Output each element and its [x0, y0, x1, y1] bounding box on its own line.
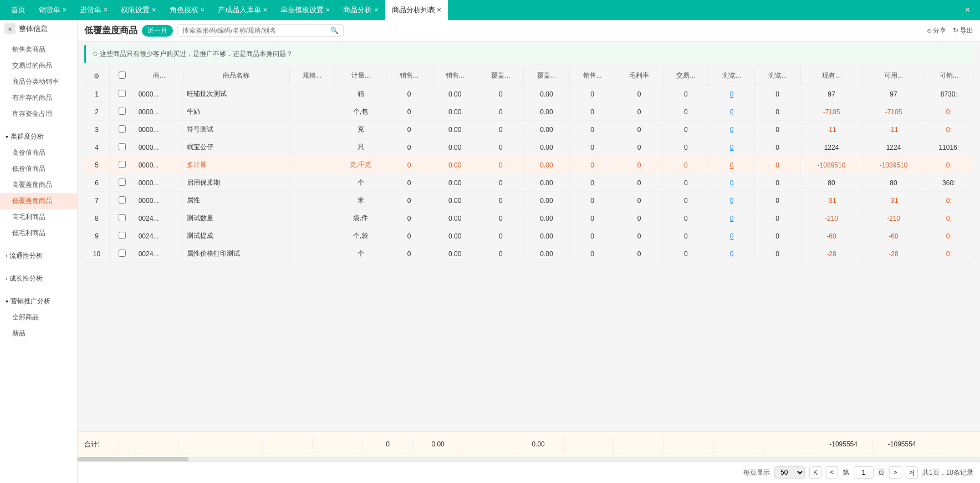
row-checkbox[interactable]	[109, 121, 135, 139]
col-unit[interactable]: 计量...	[335, 67, 386, 85]
export-button[interactable]: ↻ 导出	[953, 26, 973, 35]
sidebar-item-in-stock[interactable]: 有库存的商品	[0, 90, 77, 106]
nav-products[interactable]: 产成品入库单 ×	[211, 0, 274, 20]
row-cover2: 0.00	[524, 85, 570, 103]
total-avail: -1095554	[872, 436, 931, 453]
sidebar-item-all-goods[interactable]: 全部商品	[0, 309, 77, 326]
col-cover1[interactable]: 覆盖...	[478, 67, 524, 85]
row-sales3: 0	[569, 121, 615, 139]
scrollbar-thumb[interactable]	[78, 457, 188, 461]
nav-analysis-list[interactable]: 商品分析列表 ×	[385, 0, 448, 20]
row-sales1: 0	[386, 121, 432, 139]
sidebar-item-high-coverage[interactable]: 高覆盖度商品	[0, 177, 77, 193]
col-name[interactable]: 商品名称	[183, 67, 290, 85]
row-browse1[interactable]: 0	[709, 156, 755, 174]
first-page-button[interactable]: K	[809, 466, 821, 479]
col-code[interactable]: 商...	[135, 67, 183, 85]
col-avail[interactable]: 可用...	[862, 67, 925, 85]
row-trade: 0	[663, 174, 709, 192]
col-browse1[interactable]: 浏览...	[709, 67, 755, 85]
row-browse1[interactable]: 0	[709, 139, 755, 156]
row-browse1[interactable]: 0	[709, 210, 755, 227]
table-wrapper[interactable]: ⚙ 商... 商品名称 规格... 计量... 销售... 销售... 覆盖..…	[78, 67, 980, 431]
row-checkbox[interactable]	[109, 139, 135, 156]
row-sales2: 0.00	[432, 245, 478, 263]
sidebar-section-growth-header[interactable]: ›成长性分析	[0, 271, 77, 287]
col-cover2[interactable]: 覆盖...	[524, 67, 570, 85]
row-checkbox[interactable]	[109, 210, 135, 227]
sidebar-item-new-goods[interactable]: 新品	[0, 326, 77, 342]
col-settings[interactable]: ⚙	[84, 67, 109, 85]
sidebar-section-marketing-header[interactable]: ▾营销推广分析	[0, 293, 77, 309]
period-button[interactable]: 近一月	[142, 25, 173, 37]
row-sales1: 0	[386, 245, 432, 263]
nav-sales[interactable]: 销货单 ×	[32, 0, 73, 20]
next-page-button[interactable]: >	[889, 466, 901, 479]
col-spec[interactable]: 规格...	[289, 67, 335, 85]
nav-home[interactable]: 首页	[4, 0, 32, 20]
col-browse2[interactable]: 浏览...	[754, 67, 800, 85]
row-checkbox[interactable]	[109, 245, 135, 263]
sidebar-item-low-coverage[interactable]: 低覆盖度商品	[0, 193, 77, 209]
nav-analysis[interactable]: 商品分析 ×	[336, 0, 385, 20]
nav-purchase[interactable]: 进货单 ×	[73, 0, 114, 20]
nav-templates[interactable]: 单据模板设置 ×	[274, 0, 336, 20]
row-checkbox[interactable]	[109, 156, 135, 174]
total-sales1: 0	[363, 436, 413, 453]
col-sales1[interactable]: 销售...	[386, 67, 432, 85]
row-sales3: 0	[569, 85, 615, 103]
row-browse1[interactable]: 0	[709, 103, 755, 121]
page-number-input[interactable]	[854, 466, 874, 479]
total-row: 合计: 0 0.00 0.00	[78, 431, 980, 457]
row-current: -60	[800, 227, 862, 245]
share-button[interactable]: ⎋ 分享	[927, 26, 946, 35]
sidebar-item-low-value[interactable]: 低价值商品	[0, 161, 77, 177]
sidebar-section-value-header[interactable]: ▾类群度分析	[0, 129, 77, 145]
page-size-select[interactable]: 20 50 100	[774, 466, 805, 479]
row-browse1[interactable]: 0	[709, 121, 755, 139]
sidebar-section-value: ▾类群度分析 高价值商品 低价值商品 高覆盖度商品 低覆盖度商品 高毛利商品 低…	[0, 125, 77, 245]
search-icon[interactable]: 🔍	[330, 27, 339, 34]
row-checkbox[interactable]	[109, 103, 135, 121]
sidebar-item-capital[interactable]: 库存资金占用	[0, 106, 77, 122]
col-gross[interactable]: 毛利率	[615, 67, 663, 85]
info-banner: ✩ 这些商品只有很少客户购买过，是推广不够，还是商品本身问题？	[84, 45, 973, 63]
col-current[interactable]: 现有...	[800, 67, 862, 85]
sidebar-item-sales-goods[interactable]: 销售类商品	[0, 42, 77, 58]
row-browse1[interactable]: 0	[709, 192, 755, 210]
row-checkbox[interactable]	[109, 227, 135, 245]
sidebar-item-category-rate[interactable]: 商品分类动销率	[0, 74, 77, 90]
row-browse1[interactable]: 0	[709, 227, 755, 245]
search-input[interactable]	[182, 27, 328, 34]
row-current: 1224	[800, 139, 862, 156]
row-cover1: 0	[478, 121, 524, 139]
row-trade: 0	[663, 85, 709, 103]
collapse-button[interactable]: «	[4, 23, 16, 34]
col-checkbox[interactable]	[109, 67, 135, 85]
row-current: 97	[800, 85, 862, 103]
row-browse1[interactable]: 0	[709, 174, 755, 192]
col-sellable[interactable]: 可销...	[925, 67, 973, 85]
nav-permissions[interactable]: 权限设置 ×	[114, 0, 162, 20]
row-checkbox[interactable]	[109, 192, 135, 210]
sidebar-item-high-profit[interactable]: 高毛利商品	[0, 209, 77, 225]
sidebar-item-low-profit[interactable]: 低毛利商品	[0, 225, 77, 241]
prev-page-button[interactable]: <	[826, 466, 838, 479]
row-checkbox[interactable]	[109, 174, 135, 192]
sidebar-item-traded-goods[interactable]: 交易过的商品	[0, 58, 77, 74]
sidebar-item-high-value[interactable]: 高价值商品	[0, 145, 77, 161]
select-all-checkbox[interactable]	[119, 72, 126, 79]
row-spec	[289, 210, 335, 227]
nav-roles[interactable]: 角色授权 ×	[163, 0, 211, 20]
row-checkbox[interactable]	[109, 85, 135, 103]
col-trade[interactable]: 交易...	[663, 67, 709, 85]
row-browse1[interactable]: 0	[709, 245, 755, 263]
sidebar-section-flow-header[interactable]: ›流通性分析	[0, 248, 77, 264]
close-button[interactable]: ×	[959, 5, 976, 15]
last-page-button[interactable]: >|	[906, 466, 918, 479]
row-sales1: 0	[386, 227, 432, 245]
col-sales3[interactable]: 销售...	[569, 67, 615, 85]
row-sales1: 0	[386, 174, 432, 192]
row-browse1[interactable]: 0	[709, 85, 755, 103]
col-sales2[interactable]: 销售...	[432, 67, 478, 85]
